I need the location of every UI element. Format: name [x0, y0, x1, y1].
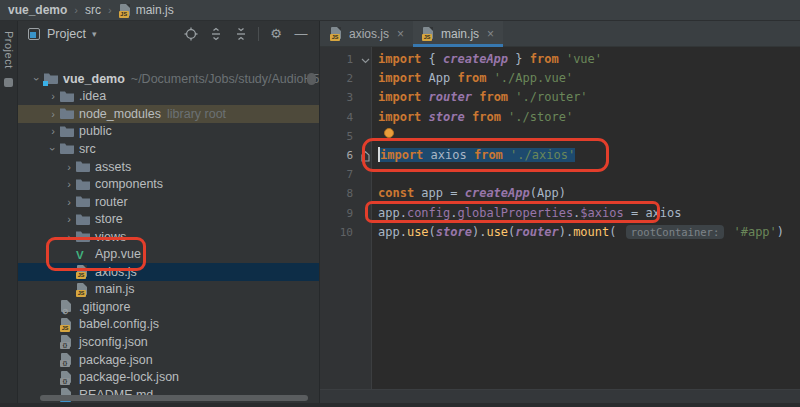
tree-chevron-icon[interactable]: ›	[62, 213, 76, 225]
tree-item-package-json[interactable]: {}package.json	[18, 351, 319, 369]
locate-icon[interactable]	[183, 26, 199, 42]
line-number[interactable]: 5	[320, 127, 371, 146]
code-token: '#app'	[733, 225, 776, 239]
tree-item-icon-slot	[60, 125, 76, 138]
root-badge	[43, 81, 48, 86]
line-number[interactable]: 4	[320, 108, 371, 127]
tab-axios-js[interactable]: JSaxios.js×	[321, 21, 413, 46]
code-token: from	[472, 110, 501, 124]
code-line-8: const app = createApp(App)	[378, 184, 800, 203]
tree-chevron-icon[interactable]: ›	[47, 142, 59, 156]
line-number[interactable]: 2	[320, 69, 371, 88]
tree-chevron-icon[interactable]: ›	[46, 108, 60, 120]
breadcrumb-item-src[interactable]: src	[85, 3, 101, 17]
tree-item-icon-slot	[60, 107, 76, 120]
tree-item-public[interactable]: ›public	[18, 123, 319, 141]
tree-item-package-lock-json[interactable]: {}package-lock.json	[18, 368, 319, 386]
chevron-down-icon[interactable]: ▾	[92, 29, 97, 39]
folder-icon	[76, 195, 89, 208]
tree-chevron-icon[interactable]: ›	[46, 90, 60, 102]
caret-fold-marker-icon[interactable]	[361, 151, 370, 162]
project-root-folder-icon	[44, 72, 57, 85]
tree-item-label: views	[95, 230, 126, 244]
code-token: ).	[472, 225, 486, 239]
code-line-10: app.use(store).use(router).mount( rootCo…	[378, 223, 800, 242]
code-token: = axios	[624, 206, 682, 220]
breadcrumb-item-vue_demo[interactable]: vue_demo	[8, 3, 67, 17]
code-token: $axios	[580, 206, 623, 220]
code-token: app.	[378, 225, 407, 239]
tree-chevron-icon[interactable]: ›	[62, 178, 76, 190]
tree-item-label: components	[95, 177, 163, 191]
code-token	[421, 110, 428, 124]
tree-item-label: public	[79, 124, 112, 138]
line-number[interactable]: 3	[320, 88, 371, 107]
tree-item-node_modules[interactable]: ›node_moduleslibrary root	[18, 105, 319, 123]
code-token: './axios'	[510, 148, 575, 162]
code-token: store	[436, 225, 472, 239]
code-token: import	[378, 90, 421, 104]
code-token: from	[530, 52, 559, 66]
code-token: import	[380, 148, 423, 162]
tab-main-js[interactable]: JSmain.js×	[413, 21, 503, 46]
code-line-3: import router from './router'	[378, 88, 800, 107]
tree-item--idea[interactable]: ›.idea	[18, 88, 319, 106]
tree-item-jsconfig-json[interactable]: {}jsconfig.json	[18, 333, 319, 351]
expand-all-icon[interactable]	[208, 26, 224, 42]
tree-item-icon-slot	[60, 90, 76, 103]
tree-item-icon-slot: {}	[60, 335, 76, 348]
breadcrumb-label: main.js	[136, 3, 174, 17]
tree-item-label: node_modules	[79, 107, 161, 121]
fold-marker-icon[interactable]	[361, 56, 370, 65]
project-tool-window-icon	[28, 28, 40, 40]
tree-item-views[interactable]: ›views	[18, 228, 319, 246]
line-number[interactable]: 9	[320, 204, 371, 223]
code-token: globalProperties	[458, 206, 574, 220]
tree-item-store[interactable]: ›store	[18, 210, 319, 228]
code-token: import	[378, 71, 421, 85]
code-token: (	[429, 225, 436, 239]
parameter-hint: rootContainer:	[626, 225, 725, 239]
tree-item--gitignore[interactable]: ⊘.gitignore	[18, 298, 319, 316]
line-number[interactable]: 8	[320, 184, 371, 203]
hide-icon[interactable]: —	[293, 26, 309, 42]
tree-chevron-icon[interactable]: ›	[62, 196, 76, 208]
tree-item-App-vue[interactable]: VApp.vue	[18, 245, 319, 263]
tree-chevron-icon[interactable]: ›	[62, 231, 76, 243]
line-number[interactable]: 10	[320, 223, 371, 242]
json-file-icon: {}	[60, 371, 73, 384]
tree-item-router[interactable]: ›router	[18, 193, 319, 211]
close-icon[interactable]: ×	[487, 27, 494, 41]
project-panel-title[interactable]: Project	[47, 27, 86, 41]
tree-item-icon-slot	[76, 195, 92, 208]
tree-item-assets[interactable]: ›assets	[18, 158, 319, 176]
gear-icon[interactable]: ⚙	[268, 26, 284, 42]
code-token: {	[421, 52, 443, 66]
code-editor[interactable]: 12345678910 import { createApp } from 'v…	[320, 47, 800, 389]
tree-item-main-js[interactable]: JSmain.js	[18, 281, 319, 299]
collapse-all-icon[interactable]	[233, 26, 249, 42]
tree-chevron-icon[interactable]: ›	[31, 72, 43, 86]
tree-item-icon-slot	[76, 230, 92, 243]
tree-chevron-icon[interactable]: ›	[46, 125, 60, 137]
tree-item-vue_demo[interactable]: ›vue_demo~/Documents/Jobs/study/AudioH5/…	[18, 70, 319, 88]
code-token	[503, 148, 510, 162]
tree-item-label: axios.js	[95, 265, 137, 279]
project-stripe-button[interactable]: Project	[3, 31, 15, 69]
tree-item-axios-js[interactable]: JSaxios.js	[18, 263, 319, 281]
editor-gutter[interactable]: 12345678910	[320, 47, 372, 389]
tree-item-components[interactable]: ›components	[18, 175, 319, 193]
tree-item-babel-config-js[interactable]: JSbabel.config.js	[18, 316, 319, 334]
tree-vertical-scrollbar[interactable]	[307, 73, 316, 85]
breadcrumb-item-main-js[interactable]: JSmain.js	[119, 3, 174, 17]
tree-item-src[interactable]: ›src	[18, 140, 319, 158]
code-token: const	[378, 186, 414, 200]
tree-horizontal-scrollbar[interactable]	[40, 395, 308, 401]
tool-window-icon[interactable]	[4, 78, 13, 87]
folder-icon	[60, 142, 73, 155]
close-icon[interactable]: ×	[397, 27, 404, 41]
json-file-icon: {}	[60, 335, 73, 348]
tree-chevron-icon[interactable]: ›	[62, 161, 76, 173]
code-token: router	[429, 90, 472, 104]
line-number[interactable]: 7	[320, 165, 371, 184]
